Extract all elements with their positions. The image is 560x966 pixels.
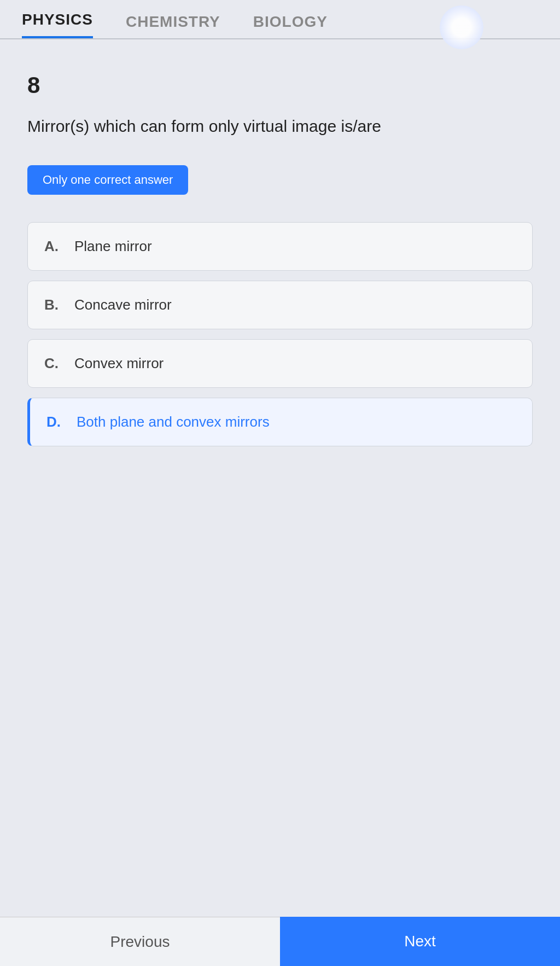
- tab-physics[interactable]: PHYSICS: [22, 11, 93, 38]
- glare-effect: [440, 5, 483, 49]
- option-c[interactable]: C. Convex mirror: [27, 339, 533, 388]
- option-d[interactable]: D. Both plane and convex mirrors: [27, 398, 533, 446]
- options-list: A. Plane mirror B. Concave mirror C. Con…: [27, 222, 533, 456]
- option-c-text: Convex mirror: [74, 355, 164, 372]
- top-nav: PHYSICS CHEMISTRY BIOLOGY: [0, 0, 560, 38]
- next-button[interactable]: Next: [280, 917, 560, 966]
- bottom-nav: Previous Next: [0, 917, 560, 966]
- option-d-text: Both plane and convex mirrors: [77, 414, 270, 430]
- question-number: 8: [27, 72, 533, 98]
- option-b[interactable]: B. Concave mirror: [27, 281, 533, 329]
- option-b-text: Concave mirror: [74, 296, 172, 313]
- option-a-text: Plane mirror: [74, 238, 152, 255]
- option-a-label: A.: [44, 238, 63, 255]
- tab-biology[interactable]: BIOLOGY: [253, 13, 328, 38]
- previous-button[interactable]: Previous: [0, 917, 280, 966]
- option-b-label: B.: [44, 296, 63, 313]
- content-area: 8 Mirror(s) which can form only virtual …: [0, 39, 560, 478]
- tab-chemistry[interactable]: CHEMISTRY: [126, 13, 220, 38]
- option-c-label: C.: [44, 355, 63, 372]
- option-d-label: D.: [46, 414, 66, 430]
- answer-type-badge: Only one correct answer: [27, 165, 188, 195]
- option-a[interactable]: A. Plane mirror: [27, 222, 533, 271]
- question-text: Mirror(s) which can form only virtual im…: [27, 115, 533, 138]
